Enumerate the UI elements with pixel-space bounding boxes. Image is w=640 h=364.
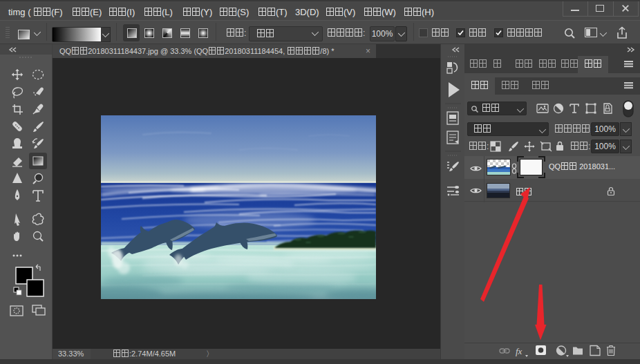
svg-text:fx: fx [516, 346, 523, 356]
